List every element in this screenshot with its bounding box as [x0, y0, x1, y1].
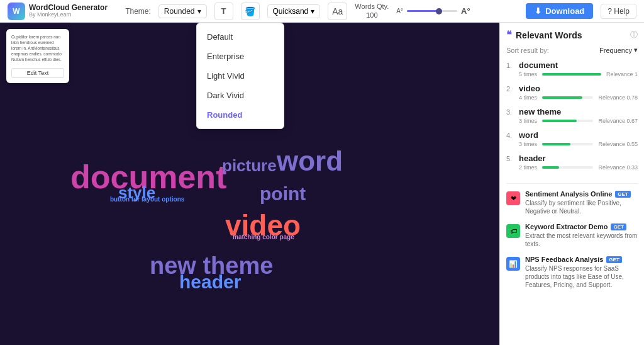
word-bar-fill [542, 166, 559, 169]
word-name: header [519, 154, 546, 163]
word-relevance: Relevance 0.55 [598, 141, 638, 147]
chevron-down-icon: ▾ [634, 46, 638, 54]
word-number: 5. [506, 155, 515, 162]
word-bar-track [542, 143, 593, 145]
word-times: 5 times [519, 71, 537, 77]
word-item: 4. word 3 times Relevance 0.55 [506, 130, 638, 147]
logo-subtitle: By MonkeyLearn [29, 12, 108, 18]
sort-row: Sort result by: Frequency ▾ [506, 46, 638, 54]
sort-label: Sort result by: [506, 47, 549, 54]
right-panel: ❝ Relevant Words ⓘ Sort result by: Frequ… [499, 23, 644, 345]
word-matching-color-page: matching color page [233, 234, 294, 240]
theme-dropdown-menu: DefaultEnterpriseLight VividDark VividRo… [196, 23, 284, 129]
word-name: video [519, 84, 540, 93]
input-text-preview: Cupiditor lorem parcas nun latin hendrou… [11, 34, 64, 62]
dropdown-item-enterprise[interactable]: Enterprise [197, 47, 284, 66]
word-bar-fill [542, 143, 570, 145]
slider-thumb[interactable] [436, 8, 442, 14]
word-number: 3. [506, 108, 515, 116]
word-item: 1. document 5 times Relevance 1 [506, 60, 638, 77]
promo-icon: 🏷 [506, 224, 520, 238]
word-bar-fill [542, 120, 577, 122]
promo-card[interactable]: 📊 NPS Feedback Analysis GET Classify NPS… [506, 256, 638, 289]
size-slider[interactable]: A° A° [396, 6, 470, 16]
word-times: 2 times [519, 164, 537, 171]
word-item: 2. video 4 times Relevance 0.78 [506, 84, 638, 101]
word-name: word [519, 130, 538, 140]
quote-icon: ❝ [506, 29, 512, 41]
word-times: 3 times [519, 118, 537, 124]
word-number: 1. [506, 62, 515, 69]
help-button[interactable]: ? Help [601, 4, 636, 19]
logo-icon: W [8, 3, 25, 20]
download-label: Download [545, 6, 584, 16]
word-relevance: Relevance 0.33 [598, 164, 638, 171]
logo-area: W WordCloud Generator By MonkeyLearn [8, 3, 108, 20]
word-list: 1. document 5 times Relevance 1 2. video… [506, 60, 638, 177]
paint-bucket-icon: 🪣 [245, 6, 255, 16]
word-button-for-layout-options: button for layout options [110, 196, 184, 203]
sort-dropdown[interactable]: Frequency ▾ [599, 46, 638, 54]
promo-badge[interactable]: GET [611, 223, 626, 230]
word-point: point [260, 183, 306, 205]
dropdown-item-default[interactable]: Default [197, 27, 284, 47]
font-select[interactable]: Quicksand ▾ [267, 4, 321, 18]
logo-text: WordCloud Generator By MonkeyLearn [29, 4, 108, 18]
word-name: document [519, 60, 558, 70]
help-label: ? Help [608, 7, 630, 16]
text-format-button[interactable]: T [214, 3, 233, 20]
chevron-down-icon: ▾ [311, 7, 314, 16]
word-word: word [277, 145, 343, 177]
word-item: 5. header 2 times Relevance 0.33 [506, 154, 638, 171]
edit-text-button[interactable]: Edit Text [11, 68, 64, 78]
word-number: 4. [506, 132, 515, 139]
dropdown-item-rounded[interactable]: Rounded [197, 105, 284, 125]
word-bar-track [542, 166, 593, 169]
main-area: Cupiditor lorem parcas nun latin hendrou… [0, 23, 644, 345]
promo-title: NPS Feedback Analysis [525, 256, 603, 263]
chevron-down-icon: ▾ [197, 7, 201, 16]
word-name: new theme [519, 107, 561, 116]
promo-text: NPS Feedback Analysis GET Classify NPS r… [525, 256, 638, 289]
promo-text: Sentiment Analysis Online GET Classify b… [525, 190, 638, 215]
promo-title-row: NPS Feedback Analysis GET [525, 256, 638, 263]
word-bar-track [542, 73, 601, 76]
dropdown-item-light-vivid[interactable]: Light Vivid [197, 66, 284, 86]
app-header: W WordCloud Generator By MonkeyLearn The… [0, 0, 644, 23]
theme-value: Rounded [164, 7, 195, 16]
download-button[interactable]: ⬇ Download [526, 3, 593, 19]
word-item: 3. new theme 3 times Relevance 0.67 [506, 107, 638, 124]
word-bar-fill [542, 73, 601, 76]
promo-icon: ❤ [506, 191, 520, 205]
promo-icon: 📊 [506, 257, 520, 271]
wordcloud-canvas[interactable]: Cupiditor lorem parcas nun latin hendrou… [0, 23, 499, 345]
divider [506, 183, 638, 184]
promo-desc: Classify by sentiment like Positive, Neg… [525, 199, 638, 215]
dropdown-item-dark-vivid[interactable]: Dark Vivid [197, 86, 284, 105]
promo-badge[interactable]: GET [615, 191, 630, 198]
slider-fill [407, 10, 437, 12]
info-icon[interactable]: ⓘ [630, 30, 638, 40]
theme-dropdown-button[interactable]: Rounded ▾ [158, 4, 207, 18]
promo-title: Sentiment Analysis Online [525, 190, 612, 198]
paint-bucket-button[interactable]: 🪣 [241, 3, 260, 20]
size-label-left: A° [396, 8, 403, 14]
promo-title-row: Sentiment Analysis Online GET [525, 190, 638, 198]
word-bar-fill [542, 96, 582, 99]
sort-value: Frequency [599, 47, 632, 54]
word-relevance: Relevance 0.67 [598, 118, 638, 124]
font-size-label: Aa [328, 3, 347, 20]
slider-track[interactable] [407, 10, 457, 12]
promo-card[interactable]: ❤ Sentiment Analysis Online GET Classify… [506, 190, 638, 215]
word-bar-track [542, 96, 593, 99]
size-label-right: A° [461, 6, 470, 16]
word-header: header [179, 271, 241, 293]
promo-title-row: Keyword Extractor Demo GET [525, 223, 638, 230]
promo-desc: Extract the most relevant keywords from … [525, 232, 638, 248]
text-format-icon: T [221, 6, 226, 16]
promo-list: ❤ Sentiment Analysis Online GET Classify… [506, 190, 638, 297]
promo-badge[interactable]: GET [606, 256, 621, 263]
word-times: 3 times [519, 141, 537, 147]
promo-card[interactable]: 🏷 Keyword Extractor Demo GET Extract the… [506, 223, 638, 248]
word-picture: picture [222, 156, 277, 176]
